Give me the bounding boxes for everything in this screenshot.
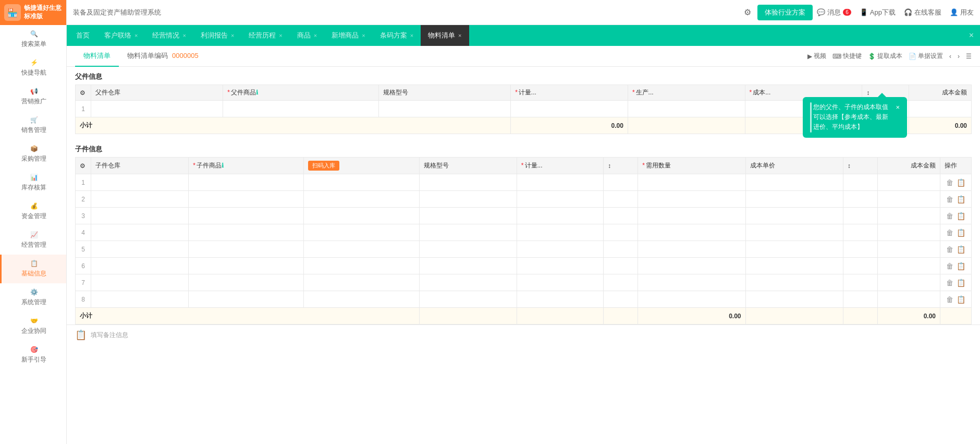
delete-icon[interactable]: 🗑 bbox=[946, 279, 953, 287]
delete-icon[interactable]: 🗑 bbox=[946, 229, 953, 237]
sidebar-item-finance[interactable]: 💰 资金管理 bbox=[0, 197, 66, 226]
close-tab-profit[interactable]: × bbox=[231, 32, 234, 39]
delete-icon[interactable]: 🗑 bbox=[946, 178, 953, 187]
sidebar-item-system[interactable]: ⚙️ 系统管理 bbox=[0, 283, 66, 312]
child-warehouse-cell[interactable] bbox=[91, 174, 189, 191]
child-unit-cell[interactable] bbox=[517, 291, 603, 308]
child-spec-cell[interactable] bbox=[419, 274, 517, 291]
close-tab-bom[interactable]: × bbox=[458, 32, 461, 39]
tab-operations[interactable]: 经营情况 × bbox=[145, 25, 193, 46]
sidebar-item-marketing[interactable]: 📢 营销推广 bbox=[0, 82, 66, 111]
sidebar-item-basic[interactable]: 📋 基础信息 bbox=[0, 255, 66, 283]
child-warehouse-cell[interactable] bbox=[91, 291, 189, 308]
copy-icon[interactable]: 📋 bbox=[957, 262, 965, 270]
copy-icon[interactable]: 📋 bbox=[957, 229, 965, 237]
close-tab-barcode[interactable]: × bbox=[410, 32, 413, 39]
sidebar-item-purchase[interactable]: 📦 采购管理 bbox=[0, 140, 66, 169]
child-needed-qty-cell[interactable] bbox=[638, 258, 745, 274]
delete-icon[interactable]: 🗑 bbox=[946, 245, 953, 254]
sidebar-item-sales[interactable]: 🛒 销售管理 bbox=[0, 111, 66, 140]
video-btn[interactable]: ▶ 视频 bbox=[807, 52, 826, 61]
delete-icon[interactable]: 🗑 bbox=[946, 195, 953, 203]
child-needed-qty-cell[interactable] bbox=[638, 274, 745, 291]
child-goods-cell[interactable] bbox=[189, 291, 304, 308]
child-warehouse-cell[interactable] bbox=[91, 241, 189, 258]
shortcut-btn[interactable]: ⌨ 快捷键 bbox=[832, 52, 862, 61]
tooltip-close-btn[interactable]: × bbox=[896, 102, 900, 113]
gear2-icon[interactable]: ⚙ bbox=[80, 162, 85, 170]
child-goods-cell[interactable] bbox=[189, 258, 304, 274]
sidebar-item-quicknav[interactable]: ⚡ 快捷导航 bbox=[0, 54, 66, 82]
child-warehouse-cell[interactable] bbox=[91, 258, 189, 274]
sidebar-item-guide[interactable]: 🎯 新手引导 bbox=[0, 341, 66, 369]
delete-icon[interactable]: 🗑 bbox=[946, 262, 953, 270]
child-spec-cell[interactable] bbox=[419, 291, 517, 308]
child-goods-cell[interactable] bbox=[189, 174, 304, 191]
tab-home[interactable]: 首页 bbox=[69, 25, 97, 46]
sub-tab-bom-code[interactable]: 物料清单编码 0000005 bbox=[119, 46, 207, 67]
close-tab-goods[interactable]: × bbox=[314, 32, 317, 39]
child-spec-cell[interactable] bbox=[419, 208, 517, 224]
child-warehouse-cell[interactable] bbox=[91, 224, 189, 241]
child-unit-cell[interactable] bbox=[517, 174, 603, 191]
child-unit-cell[interactable] bbox=[517, 258, 603, 274]
child-unit-cost-cell[interactable] bbox=[745, 241, 843, 258]
child-unit-cost-cell[interactable] bbox=[745, 274, 843, 291]
nav-prev-btn[interactable]: ‹ bbox=[949, 53, 951, 60]
child-spec-cell[interactable] bbox=[419, 224, 517, 241]
message-btn[interactable]: 💬 消息 6 bbox=[817, 8, 851, 17]
child-warehouse-cell[interactable] bbox=[91, 191, 189, 208]
sidebar-item-operations[interactable]: 📈 经营管理 bbox=[0, 226, 66, 255]
extract-cost-btn[interactable]: 💲 提取成本 bbox=[868, 52, 902, 61]
parent-qty-cell[interactable] bbox=[511, 101, 628, 117]
child-spec-cell[interactable] bbox=[419, 241, 517, 258]
scan-btn[interactable]: 扫码入库 bbox=[308, 161, 339, 171]
nav-close-btn[interactable]: × bbox=[965, 31, 978, 40]
parent-prod-cell[interactable] bbox=[628, 101, 745, 117]
child-unit-cost-cell[interactable] bbox=[745, 291, 843, 308]
tab-barcode[interactable]: 条码方案 × bbox=[373, 25, 421, 46]
child-needed-qty-cell[interactable] bbox=[638, 224, 745, 241]
delete-icon[interactable]: 🗑 bbox=[946, 212, 953, 220]
industry-btn[interactable]: 体验行业方案 bbox=[757, 5, 813, 20]
settings-icon[interactable]: ⚙ bbox=[744, 7, 751, 17]
child-unit-cost-cell[interactable] bbox=[745, 208, 843, 224]
child-needed-qty-cell[interactable] bbox=[638, 174, 745, 191]
close-tab-operations[interactable]: × bbox=[182, 32, 186, 39]
tab-new-goods[interactable]: 新增商品 × bbox=[324, 25, 372, 46]
tab-history[interactable]: 经营历程 × bbox=[241, 25, 289, 46]
copy-icon[interactable]: 📋 bbox=[957, 295, 965, 304]
child-unit-cost-cell[interactable] bbox=[745, 224, 843, 241]
parent-th-gear[interactable]: ⚙ bbox=[76, 85, 91, 101]
child-spec-cell[interactable] bbox=[419, 258, 517, 274]
tab-bom[interactable]: 物料清单 × bbox=[421, 25, 469, 46]
child-warehouse-cell[interactable] bbox=[91, 208, 189, 224]
tab-customer[interactable]: 客户联络 × bbox=[97, 25, 145, 46]
child-needed-qty-cell[interactable] bbox=[638, 191, 745, 208]
child-unit-cell[interactable] bbox=[517, 241, 603, 258]
close-tab-customer[interactable]: × bbox=[134, 32, 138, 39]
child-needed-qty-cell[interactable] bbox=[638, 208, 745, 224]
gear-icon[interactable]: ⚙ bbox=[80, 89, 85, 97]
parent-spec-cell[interactable] bbox=[378, 101, 510, 117]
child-needed-qty-cell[interactable] bbox=[638, 241, 745, 258]
parent-warehouse-cell[interactable] bbox=[91, 101, 223, 117]
child-spec-cell[interactable] bbox=[419, 191, 517, 208]
close-tab-history[interactable]: × bbox=[279, 32, 282, 39]
child-unit-cell[interactable] bbox=[517, 224, 603, 241]
child-goods-cell[interactable] bbox=[189, 224, 304, 241]
sidebar-item-collab[interactable]: 🤝 企业协同 bbox=[0, 312, 66, 341]
delete-icon[interactable]: 🗑 bbox=[946, 295, 953, 304]
child-goods-cell[interactable] bbox=[189, 208, 304, 224]
online-service-btn[interactable]: 🎧 在线客服 bbox=[904, 8, 941, 17]
child-unit-cell[interactable] bbox=[517, 208, 603, 224]
view-toggle-btn[interactable]: ☰ bbox=[966, 53, 972, 60]
child-unit-cost-cell[interactable] bbox=[745, 191, 843, 208]
child-unit-cost-cell[interactable] bbox=[745, 258, 843, 274]
child-warehouse-cell[interactable] bbox=[91, 274, 189, 291]
copy-icon[interactable]: 📋 bbox=[957, 245, 965, 254]
close-tab-new-goods[interactable]: × bbox=[362, 32, 365, 39]
child-unit-cost-cell[interactable] bbox=[745, 174, 843, 191]
sidebar-item-search[interactable]: 🔍 搜索菜单 bbox=[0, 25, 66, 54]
nav-next-btn[interactable]: › bbox=[958, 53, 960, 60]
